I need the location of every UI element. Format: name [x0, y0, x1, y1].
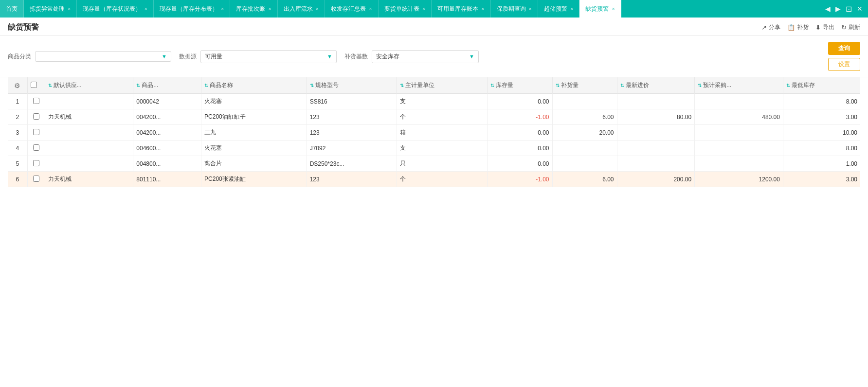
- row-index-5: 6: [8, 172, 27, 187]
- nav-close-btn[interactable]: ✕: [854, 5, 865, 13]
- replenish-label: 补货: [797, 23, 809, 32]
- row-index-3: 4: [8, 141, 27, 156]
- nav-tab-7[interactable]: 要货单统计表×: [379, 0, 432, 18]
- row-expected-purchase-0: [695, 94, 783, 109]
- share-icon: ↗: [761, 24, 767, 31]
- th-unit-sort-icon: ⇅: [400, 83, 404, 88]
- nav-tab-3[interactable]: 现存量（库存分布表）×: [154, 0, 230, 18]
- th-name: ⇅ 商品名称: [201, 77, 307, 94]
- nav-tab-4[interactable]: 库存批次账×: [230, 0, 277, 18]
- nav-tab-close-8[interactable]: ×: [481, 6, 484, 12]
- table-row: 10000042火花塞SS816支0.008.00: [8, 94, 860, 109]
- nav-tab-0[interactable]: 首页: [0, 0, 24, 18]
- th-code-sort-icon: ⇅: [136, 83, 140, 88]
- select-all-checkbox[interactable]: [31, 82, 37, 88]
- row-supplier-0: [45, 94, 133, 109]
- filter-bar: 商品分类 ▼ 数据源 可用量 ▼ 补货基数 安全库存 ▼ 查询 设置: [0, 36, 868, 77]
- th-supplier: ⇅ 默认供应...: [45, 77, 133, 94]
- row-index-4: 5: [8, 156, 27, 172]
- row-supplier-1: 力天机械: [45, 109, 133, 125]
- nav-tab-1[interactable]: 拣货异常处理×: [24, 0, 77, 18]
- th-gear: ⚙: [8, 77, 27, 94]
- replenish-dropdown-arrow: ▼: [469, 53, 474, 59]
- row-stock-0: 0.00: [488, 94, 552, 109]
- settings-button[interactable]: 设置: [828, 58, 860, 71]
- nav-tab-10[interactable]: 超储预警×: [538, 0, 579, 18]
- row-code-1: 004200...: [133, 109, 201, 125]
- row-spec-4: DS250*23c...: [307, 156, 397, 172]
- table-header-row: ⚙ ⇅ 默认供应... ⇅: [8, 77, 860, 94]
- category-select[interactable]: ▼: [35, 51, 171, 62]
- row-spec-0: SS816: [307, 94, 397, 109]
- nav-tab-11[interactable]: 缺货预警×: [579, 0, 621, 18]
- nav-tab-close-2[interactable]: ×: [144, 6, 147, 12]
- th-stock-sort-icon: ⇅: [490, 83, 494, 88]
- th-spec-label: 规格型号: [315, 81, 339, 89]
- replenish-button[interactable]: 📋 补货: [787, 23, 809, 32]
- nav-tab-8[interactable]: 可用量库存账本×: [432, 0, 490, 18]
- row-replenish-1: 6.00: [552, 109, 617, 125]
- nav-tab-close-1[interactable]: ×: [68, 6, 71, 12]
- table-gear-icon[interactable]: ⚙: [14, 82, 20, 89]
- replenish-select[interactable]: 安全库存 ▼: [372, 50, 479, 63]
- nav-tab-close-3[interactable]: ×: [221, 6, 224, 12]
- datasource-filter-label: 数据源: [179, 53, 197, 61]
- row-checkbox-4[interactable]: [27, 156, 45, 172]
- nav-next-btn[interactable]: ▶: [833, 5, 843, 13]
- row-checkbox-input-0[interactable]: [33, 98, 39, 104]
- replenish-filter-group: 补货基数 安全库存 ▼: [344, 50, 479, 63]
- row-spec-2: 123: [307, 125, 397, 141]
- th-expected-label: 预计采购...: [703, 81, 731, 89]
- refresh-button[interactable]: ↻ 刷新: [841, 23, 860, 32]
- export-icon: ⬇: [815, 24, 821, 31]
- nav-tab-9[interactable]: 保质期查询×: [491, 0, 538, 18]
- row-name-5: PC200张紧油缸: [201, 172, 307, 187]
- query-button[interactable]: 查询: [828, 42, 860, 55]
- row-latest-price-3: [617, 141, 695, 156]
- row-checkbox-input-5[interactable]: [33, 176, 39, 182]
- row-code-3: 004600...: [133, 141, 201, 156]
- table-row: 6力天机械801110...PC200张紧油缸123个-1.006.00200.…: [8, 172, 860, 187]
- row-checkbox-input-1[interactable]: [33, 113, 39, 120]
- row-replenish-4: [552, 156, 617, 172]
- row-checkbox-3[interactable]: [27, 141, 45, 156]
- nav-tab-6[interactable]: 收发存汇总表×: [325, 0, 378, 18]
- row-checkbox-5[interactable]: [27, 172, 45, 187]
- row-index-0: 1: [8, 94, 27, 109]
- row-checkbox-1[interactable]: [27, 109, 45, 125]
- row-checkbox-2[interactable]: [27, 125, 45, 141]
- replenish-filter-label: 补货基数: [344, 53, 368, 61]
- table-row: 4004600...火花塞J7092支0.008.00: [8, 141, 860, 156]
- export-button[interactable]: ⬇ 导出: [815, 23, 834, 32]
- th-supplier-label: 默认供应...: [54, 81, 82, 89]
- nav-tab-5[interactable]: 出入库流水×: [278, 0, 325, 18]
- row-checkbox-input-2[interactable]: [33, 129, 39, 135]
- th-minstock-label: 最低库存: [792, 81, 815, 89]
- th-min-stock: ⇅ 最低库存: [783, 77, 860, 94]
- nav-prev-btn[interactable]: ◀: [823, 5, 833, 13]
- nav-tab-close-9[interactable]: ×: [529, 6, 532, 12]
- datasource-select[interactable]: 可用量 ▼: [200, 50, 337, 63]
- nav-restore-btn[interactable]: ⊡: [843, 4, 854, 14]
- replenish-select-value: 安全库存: [376, 53, 466, 61]
- category-filter-group: 商品分类 ▼: [8, 51, 171, 62]
- row-min-stock-4: 1.00: [783, 156, 860, 172]
- th-price-label: 最新进价: [626, 81, 649, 89]
- row-supplier-5: 力天机械: [45, 172, 133, 187]
- nav-tab-close-7[interactable]: ×: [422, 6, 425, 12]
- nav-tab-close-6[interactable]: ×: [369, 6, 372, 12]
- row-checkbox-0[interactable]: [27, 94, 45, 109]
- nav-tab-close-10[interactable]: ×: [570, 6, 573, 12]
- th-expected: ⇅ 预计采购...: [695, 77, 783, 94]
- filter-actions: 查询 设置: [828, 42, 860, 71]
- nav-tab-close-11[interactable]: ×: [612, 6, 615, 12]
- row-checkbox-input-3[interactable]: [33, 144, 39, 151]
- th-stock-label: 库存量: [496, 81, 513, 89]
- row-stock-2: 0.00: [488, 125, 552, 141]
- row-checkbox-input-4[interactable]: [33, 160, 39, 166]
- row-min-stock-2: 10.00: [783, 125, 860, 141]
- nav-tab-2[interactable]: 现存量（库存状况表）×: [77, 0, 153, 18]
- nav-tab-close-5[interactable]: ×: [316, 6, 319, 12]
- nav-tab-close-4[interactable]: ×: [268, 6, 271, 12]
- share-button[interactable]: ↗ 分享: [761, 23, 780, 32]
